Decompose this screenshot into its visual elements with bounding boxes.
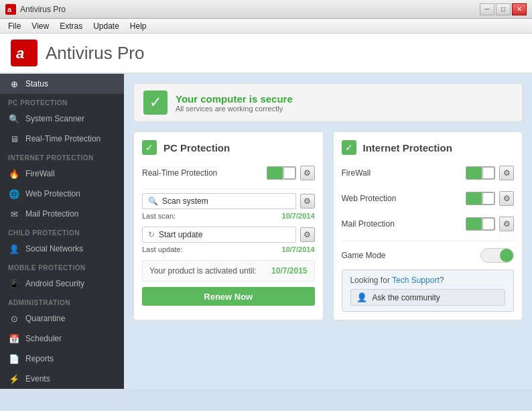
sidebar-item-quarantine[interactable]: ⊙ Quarantine	[0, 308, 124, 329]
app-title: Antivirus Pro	[46, 43, 144, 64]
activation-row: Your product is activated until: 10/7/20…	[142, 260, 315, 282]
realtime-toggle[interactable]	[267, 166, 296, 180]
sidebar-item-web-protection[interactable]: 🌐 Web Protection	[0, 184, 124, 204]
menu-view[interactable]: View	[26, 20, 54, 32]
last-update-date: 10/7/2014	[282, 245, 315, 253]
app-logo: a	[11, 40, 38, 66]
last-scan-date: 10/7/2014	[282, 212, 315, 220]
sidebar-label-realtime: Real-Time Protection	[25, 134, 101, 143]
sidebar-label-system-scanner: System Scanner	[25, 114, 84, 123]
mail-toggle-label: Mail Protection	[342, 219, 466, 229]
app-header: a Antivirus Pro	[0, 34, 532, 74]
sidebar-item-android[interactable]: 📱 Android Security	[0, 274, 124, 294]
mail-toggle[interactable]	[466, 217, 495, 231]
sidebar-label-web: Web Protection	[25, 189, 80, 198]
cards-row: ✓ PC Protection Real-Time Protection ⚙ 🔍	[133, 131, 523, 320]
android-icon: 📱	[8, 278, 20, 290]
status-check-icon: ✓	[143, 91, 168, 115]
sidebar-item-firewall[interactable]: 🔥 FireWall	[0, 164, 124, 184]
activation-label: Your product is activated until:	[149, 266, 257, 276]
internet-protection-check: ✓	[342, 140, 356, 155]
web-knob	[482, 192, 494, 204]
support-box: Looking for Tech Support? 👤 Ask the comm…	[342, 270, 515, 312]
firewall-toggle-row: FireWall ⚙	[342, 163, 515, 183]
internet-protection-title: Internet Protection	[363, 142, 452, 154]
sidebar-item-reports[interactable]: 📄 Reports	[0, 349, 124, 369]
game-mode-label: Game Mode	[342, 251, 481, 260]
mail-knob	[482, 218, 494, 230]
minimize-button[interactable]: ─	[480, 3, 494, 15]
menu-update[interactable]: Update	[88, 20, 125, 32]
last-update-row: Last update: 10/7/2014	[142, 245, 315, 253]
realtime-knob	[283, 167, 295, 179]
scan-icon: 🔍	[148, 196, 158, 206]
pc-protection-card: ✓ PC Protection Real-Time Protection ⚙ 🔍	[133, 131, 324, 320]
web-settings-button[interactable]: ⚙	[499, 191, 514, 206]
section-administration: ADMINISTRATION	[0, 294, 124, 308]
menu-bar: File View Extras Update Help	[0, 19, 532, 34]
sidebar-item-scheduler[interactable]: 📅 Scheduler	[0, 329, 124, 349]
social-icon: 👤	[8, 243, 20, 255]
scan-settings-button[interactable]: ⚙	[300, 194, 315, 209]
section-mobile-protection: MOBILE PROTECTION	[0, 259, 124, 274]
status-title: Your computer is secure	[176, 93, 293, 105]
game-mode-row: Game Mode	[342, 241, 515, 263]
web-icon: 🌐	[8, 188, 20, 200]
maximize-button[interactable]: □	[496, 3, 511, 15]
firewall-toggle[interactable]	[466, 166, 495, 180]
sidebar-label-quarantine: Quarantine	[25, 314, 65, 323]
mail-icon: ✉	[8, 208, 20, 220]
svg-text:a: a	[7, 5, 12, 13]
menu-help[interactable]: Help	[125, 20, 152, 32]
mail-settings-button[interactable]: ⚙	[499, 217, 514, 231]
app-body: ⊕ Status PC PROTECTION 🔍 System Scanner …	[0, 74, 532, 389]
update-row: ↻ Start update ⚙	[142, 227, 315, 243]
update-icon: ↻	[148, 230, 155, 239]
sidebar-item-realtime[interactable]: 🖥 Real-Time Protection	[0, 129, 124, 149]
web-toggle-label: Web Protection	[342, 194, 466, 203]
sidebar: ⊕ Status PC PROTECTION 🔍 System Scanner …	[0, 74, 124, 389]
community-row[interactable]: 👤 Ask the community	[350, 289, 506, 306]
title-bar: a Antivirus Pro ─ □ ✕	[0, 0, 532, 19]
section-child-protection: CHILD PROTECTION	[0, 224, 124, 239]
events-icon: ⚡	[8, 373, 20, 385]
window-controls: ─ □ ✕	[480, 3, 527, 15]
pc-protection-check: ✓	[142, 140, 157, 155]
sidebar-item-events[interactable]: ⚡ Events	[0, 369, 124, 389]
last-scan-row: Last scan: 10/7/2014	[142, 212, 315, 220]
firewall-icon: 🔥	[8, 168, 20, 180]
sidebar-label-mail: Mail Protection	[25, 209, 78, 219]
pc-protection-title: PC Protection	[163, 142, 230, 154]
realtime-settings-button[interactable]: ⚙	[300, 166, 315, 180]
last-update-label: Last update:	[142, 245, 183, 253]
section-pc-protection: PC PROTECTION	[0, 94, 124, 109]
renew-button[interactable]: Renew Now	[142, 287, 315, 306]
sidebar-item-mail-protection[interactable]: ✉ Mail Protection	[0, 204, 124, 224]
firewall-settings-button[interactable]: ⚙	[499, 166, 514, 180]
svg-text:a: a	[16, 45, 24, 62]
web-toggle-row: Web Protection ⚙	[342, 188, 515, 209]
section-internet-protection: INTERNET PROTECTION	[0, 149, 124, 164]
menu-extras[interactable]: Extras	[54, 20, 88, 32]
scheduler-icon: 📅	[8, 333, 20, 345]
game-mode-toggle[interactable]	[480, 248, 514, 263]
support-title: Looking for Tech Support?	[350, 276, 506, 285]
firewall-toggle-label: FireWall	[342, 168, 466, 178]
sidebar-item-system-scanner[interactable]: 🔍 System Scanner	[0, 109, 124, 129]
sidebar-item-social-networks[interactable]: 👤 Social Networks	[0, 239, 124, 259]
sidebar-label-status: Status	[25, 79, 48, 89]
sidebar-label-reports: Reports	[25, 354, 54, 363]
sidebar-item-status[interactable]: ⊕ Status	[0, 74, 124, 94]
app-icon: a	[5, 4, 16, 15]
window-title: Antivirus Pro	[20, 5, 480, 14]
internet-protection-card: ✓ Internet Protection FireWall ⚙ Web Pro…	[333, 131, 523, 320]
sidebar-label-social: Social Networks	[25, 244, 83, 253]
menu-file[interactable]: File	[3, 20, 26, 32]
update-settings-button[interactable]: ⚙	[300, 227, 315, 242]
sidebar-label-android: Android Security	[25, 279, 84, 288]
sidebar-label-scheduler: Scheduler	[25, 334, 62, 343]
sidebar-label-firewall: FireWall	[25, 169, 55, 178]
last-scan-label: Last scan:	[142, 212, 176, 220]
close-button[interactable]: ✕	[512, 3, 527, 15]
web-toggle[interactable]	[466, 192, 495, 205]
